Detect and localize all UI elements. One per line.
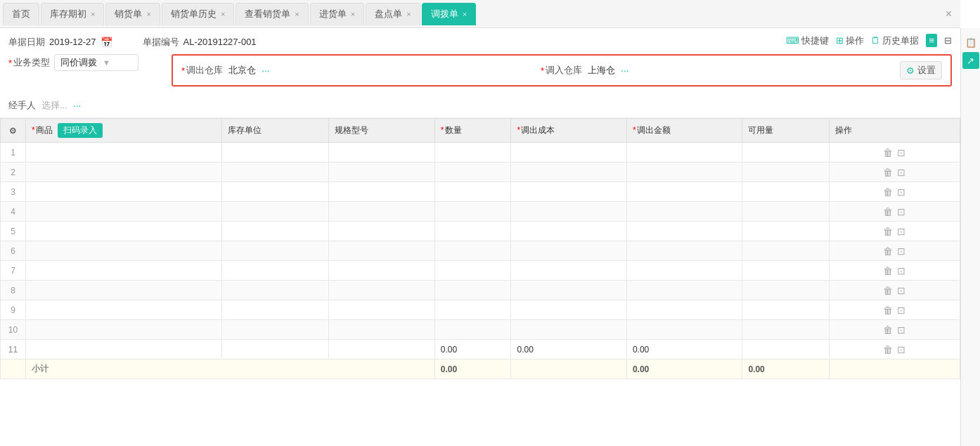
cell-product[interactable] <box>26 261 222 281</box>
cell-op: 🗑 ⊡ <box>829 241 960 261</box>
table-header-row: ⚙ *商品 扫码录入 库存单位 规格型号 *数量 *调出成本 *调出金额 可用量… <box>1 119 960 143</box>
delete-row-icon[interactable]: 🗑 <box>883 324 893 336</box>
copy-icon[interactable]: ⊡ <box>897 344 905 355</box>
close-tab-sales-history[interactable]: × <box>221 11 225 18</box>
cell-amount <box>626 143 742 163</box>
shortcut-btn[interactable]: ⌨ 快捷键 <box>786 34 829 47</box>
delete-row-icon[interactable]: 🗑 <box>883 265 893 276</box>
cell-product[interactable] <box>26 222 222 241</box>
cell-available <box>742 281 829 300</box>
sidebar-note-btn[interactable]: 📋 <box>962 34 979 51</box>
cell-product[interactable] <box>26 163 222 182</box>
cell-cost <box>511 202 626 222</box>
cell-amount <box>626 222 742 241</box>
close-tab-purchase-order[interactable]: × <box>351 11 355 18</box>
copy-row-icon[interactable]: ⊡ <box>897 147 905 158</box>
cell-qty[interactable] <box>434 222 511 241</box>
close-tab-inventory-init[interactable]: × <box>91 11 95 18</box>
close-tab-stocktake[interactable]: × <box>406 11 411 18</box>
delete-row-icon[interactable]: 🗑 <box>883 167 893 178</box>
tab-transfer[interactable]: 调拨单 × <box>422 3 476 25</box>
cell-amount <box>626 182 742 202</box>
close-tab-view-sales[interactable]: × <box>295 11 299 18</box>
business-type-select[interactable]: 同价调拨 ▼ <box>54 54 138 71</box>
cell-product[interactable] <box>26 182 222 202</box>
cell-qty[interactable] <box>434 241 511 261</box>
copy-row-icon[interactable]: ⊡ <box>897 246 905 257</box>
cell-qty[interactable] <box>434 202 511 222</box>
scan-input-btn[interactable]: 扫码录入 <box>58 123 103 138</box>
sidebar-export-btn[interactable]: ↗ <box>962 52 979 69</box>
tab-sales-history[interactable]: 销货单历史 × <box>162 3 234 25</box>
transfer-table: ⚙ *商品 扫码录入 库存单位 规格型号 *数量 *调出成本 *调出金额 可用量… <box>0 118 960 379</box>
cell-op: 🗑 ⊡ <box>829 143 960 163</box>
cell-qty[interactable] <box>434 182 511 202</box>
cell-qty[interactable] <box>434 261 511 281</box>
out-warehouse-ellipsis[interactable]: ··· <box>262 65 270 76</box>
in-warehouse-label: 调入仓库 <box>546 64 582 77</box>
settings-gear-icon: ⚙ <box>906 65 915 76</box>
cell-spec <box>328 281 434 300</box>
cell-qty[interactable] <box>434 281 511 300</box>
delete-row-icon[interactable]: 🗑 <box>883 226 893 237</box>
tab-view-sales[interactable]: 查看销货单 × <box>236 3 308 25</box>
business-type-value: 同价调拨 <box>60 56 97 69</box>
person-row: 经手人 选择... ··· <box>8 96 952 115</box>
delete-row-icon[interactable]: 🗑 <box>883 186 893 198</box>
cell-cost <box>511 241 626 261</box>
cell-product[interactable] <box>26 281 222 300</box>
delete-icon[interactable]: 🗑 <box>883 344 893 355</box>
close-tab-sales-order[interactable]: × <box>146 11 150 18</box>
settings-button[interactable]: ⚙ 设置 <box>900 61 942 79</box>
cell-spec <box>328 241 434 261</box>
grid-view-btn[interactable]: ⊟ <box>944 35 952 46</box>
history-btn[interactable]: 🗒 历史单据 <box>871 34 919 47</box>
cell-product[interactable] <box>26 241 222 261</box>
subtotal-cost-val <box>511 359 626 379</box>
copy-row-icon[interactable]: ⊡ <box>897 324 905 336</box>
delete-row-icon[interactable]: 🗑 <box>883 147 893 158</box>
cell-product[interactable] <box>26 320 222 340</box>
list-view-btn[interactable]: ≡ <box>926 34 937 47</box>
col-settings[interactable]: ⚙ <box>1 119 26 143</box>
person-select[interactable]: 选择... <box>41 99 67 112</box>
tab-inventory-init[interactable]: 库存期初 × <box>41 3 104 25</box>
close-tab-transfer[interactable]: × <box>463 11 467 18</box>
person-ellipsis[interactable]: ··· <box>73 100 82 111</box>
cell-amount <box>626 261 742 281</box>
cell-qty[interactable] <box>434 143 511 163</box>
delete-row-icon[interactable]: 🗑 <box>883 305 893 316</box>
in-warehouse-ellipsis[interactable]: ··· <box>621 65 629 76</box>
copy-row-icon[interactable]: ⊡ <box>897 305 905 316</box>
subtotal-qty-val: 0.00 <box>434 359 511 379</box>
cell-product[interactable] <box>26 202 222 222</box>
copy-row-icon[interactable]: ⊡ <box>897 265 905 276</box>
subtotal-available-val: 0.00 <box>742 359 829 379</box>
calendar-icon[interactable]: 📅 <box>101 37 112 48</box>
tab-home[interactable]: 首页 <box>3 3 39 25</box>
copy-row-icon[interactable]: ⊡ <box>897 206 905 217</box>
operation-btn[interactable]: ⊞ 操作 <box>836 34 864 47</box>
subtotal-op-val <box>829 359 960 379</box>
cell-qty[interactable] <box>434 320 511 340</box>
cell-qty[interactable] <box>434 300 511 320</box>
tab-stocktake[interactable]: 盘点单 × <box>366 3 420 25</box>
delete-row-icon[interactable]: 🗑 <box>883 285 893 296</box>
copy-row-icon[interactable]: ⊡ <box>897 226 905 237</box>
cell-qty[interactable] <box>434 163 511 182</box>
copy-row-icon[interactable]: ⊡ <box>897 285 905 296</box>
copy-row-icon[interactable]: ⊡ <box>897 167 905 178</box>
cell-product[interactable] <box>26 300 222 320</box>
cell-product[interactable] <box>26 143 222 163</box>
tab-purchase-order[interactable]: 进货单 × <box>310 3 364 25</box>
cell-available <box>742 182 829 202</box>
copy-row-icon[interactable]: ⊡ <box>897 186 905 198</box>
close-all-tabs[interactable]: × <box>937 0 960 27</box>
number-value: AL-20191227-001 <box>183 37 257 47</box>
cell-spec <box>328 143 434 163</box>
cell-cost <box>511 143 626 163</box>
cell-cost <box>511 300 626 320</box>
tab-sales-order[interactable]: 销货单 × <box>105 3 160 25</box>
delete-row-icon[interactable]: 🗑 <box>883 246 893 257</box>
delete-row-icon[interactable]: 🗑 <box>883 206 893 217</box>
